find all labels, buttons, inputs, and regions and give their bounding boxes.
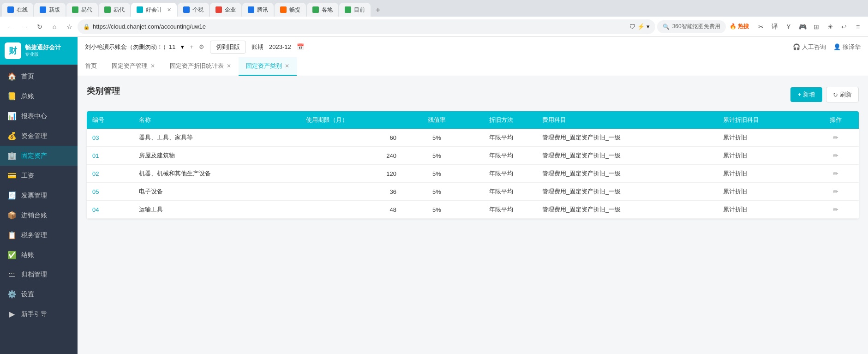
cell-expense: 管理费用_固定资产折旧_一级 [537, 147, 718, 165]
app-tab-close-category[interactable]: ✕ [285, 63, 289, 69]
sidebar-item-archive[interactable]: 🗃归档管理 [0, 265, 78, 284]
cell-name: 房屋及建筑物 [133, 147, 301, 165]
sidebar-item-ledger[interactable]: 📒总账 [0, 86, 78, 106]
app-tab-home[interactable]: 首页 [78, 57, 104, 76]
add-button[interactable]: + 新增 [790, 87, 822, 102]
row-code-link[interactable]: 01 [92, 152, 99, 159]
sidebar-item-invoice[interactable]: 🧾发票管理 [0, 186, 78, 205]
boost-icon[interactable]: ⚡ [637, 23, 645, 30]
cell-method: 年限平均 [466, 129, 537, 147]
browser-tab-6[interactable]: 个税 [178, 3, 209, 17]
cell-rate: 5% [407, 165, 466, 183]
sidebar-label-fixed: 固定资产 [21, 152, 47, 160]
cell-accum: 累计折旧 [718, 183, 812, 201]
sidebar-item-settings[interactable]: ⚙️设置 [0, 284, 78, 304]
cell-period: 36 [300, 183, 407, 201]
user-avatar[interactable]: 👤 徐泽华 [833, 43, 861, 51]
back-button[interactable]: ← [4, 20, 17, 33]
sidebar-item-report[interactable]: 📊报表中心 [0, 106, 78, 126]
address-bar[interactable]: 🔒 https://cloud.chanjet.com/accounting/u… [78, 19, 655, 34]
site-info-icon[interactable]: 🛡 [629, 23, 635, 30]
browser-tab-10[interactable]: 各地 [307, 3, 338, 17]
th-period: 使用期限（月） [300, 111, 407, 129]
row-code-link[interactable]: 03 [92, 134, 99, 141]
app-tab-close-depreciation[interactable]: ✕ [227, 63, 231, 69]
tab-close-5[interactable]: ✕ [167, 7, 171, 13]
row-code-link[interactable]: 05 [92, 188, 99, 195]
sidebar-item-home[interactable]: 🏠首页 [0, 66, 78, 86]
add-account-button[interactable]: + [190, 43, 193, 50]
sidebar-item-checkout[interactable]: ✅结账 [0, 245, 78, 265]
cell-action: ✏ [812, 183, 859, 201]
logo-text: 畅捷通好会计 [25, 44, 61, 52]
th-name: 名称 [133, 111, 301, 129]
sidebar-item-stock[interactable]: 📦进销台账 [0, 205, 78, 225]
browser-tab-9[interactable]: 畅提 [275, 3, 306, 17]
tab-favicon-4 [104, 6, 111, 13]
translate-button[interactable]: 译 [768, 20, 781, 33]
browser-tab-4[interactable]: 易代 [99, 3, 130, 17]
browser-tab-3[interactable]: 易代 [66, 3, 98, 17]
tab-favicon-9 [280, 6, 287, 13]
settings-icon[interactable]: ⚙ [199, 43, 204, 50]
cell-method: 年限平均 [466, 201, 537, 219]
new-tab-button[interactable]: + [371, 4, 384, 17]
tab-favicon-3 [72, 6, 78, 13]
app-tab-fixed-mgmt[interactable]: 固定资产管理 ✕ [104, 57, 162, 76]
calendar-icon[interactable]: 📅 [297, 43, 304, 50]
home-button[interactable]: ⌂ [48, 20, 61, 33]
row-code-link[interactable]: 02 [92, 170, 99, 177]
sidebar-item-fund[interactable]: 💰资金管理 [0, 126, 78, 146]
app-tab-category[interactable]: 固定资产类别 ✕ [239, 57, 297, 76]
hot-search[interactable]: 🔥 热搜 [730, 23, 749, 30]
tab-favicon-11 [345, 6, 351, 13]
browser-tab-8[interactable]: 腾讯 [242, 3, 274, 17]
tab-label-10: 各地 [322, 6, 333, 14]
sidebar-item-tax[interactable]: 📋税务管理 [0, 225, 78, 245]
forward-button[interactable]: → [18, 20, 31, 33]
address-down-icon[interactable]: ▾ [647, 23, 650, 30]
browser-tab-1[interactable]: 在线 [2, 3, 33, 17]
more-button[interactable]: ≡ [851, 20, 864, 33]
browser-chrome: 在线新版易代易代好会计✕个税企业腾讯畅提各地目前+ ← → ↻ ⌂ ☆ 🔒 ht… [0, 0, 868, 37]
edit-button[interactable]: ✏ [833, 152, 838, 159]
brightness-button[interactable]: ☀ [824, 20, 837, 33]
app-tab-depreciation[interactable]: 固定资产折旧统计表 ✕ [162, 57, 239, 76]
tab-label-1: 在线 [17, 6, 28, 14]
game-button[interactable]: 🎮 [796, 20, 809, 33]
th-expense: 费用科目 [537, 111, 718, 129]
browser-tab-5[interactable]: 好会计✕ [131, 3, 177, 17]
scissors-button[interactable]: ✂ [754, 20, 767, 33]
tab-favicon-5 [137, 6, 143, 13]
tab-favicon-6 [183, 6, 190, 13]
edit-button[interactable]: ✏ [833, 134, 838, 141]
reload-button[interactable]: ↻ [33, 20, 46, 33]
edit-button[interactable]: ✏ [833, 170, 838, 177]
edit-button[interactable]: ✏ [833, 206, 838, 213]
row-code-link[interactable]: 04 [92, 206, 99, 213]
app-tab-close-fixed-mgmt[interactable]: ✕ [150, 63, 155, 69]
browser-tab-11[interactable]: 目前 [339, 3, 371, 17]
refresh-button[interactable]: ↻ 刷新 [826, 87, 859, 102]
browser-tab-7[interactable]: 企业 [210, 3, 241, 17]
wallet-button[interactable]: ¥ [782, 20, 795, 33]
sidebar-item-guide[interactable]: ▶新手引导 [0, 304, 78, 324]
th-accum: 累计折旧科目 [718, 111, 812, 129]
dropdown-icon[interactable]: ▾ [181, 43, 184, 50]
sidebar-icon-invoice: 🧾 [7, 191, 17, 200]
edit-button[interactable]: ✏ [833, 188, 838, 195]
help-service[interactable]: 🎧 人工咨询 [793, 43, 826, 51]
sidebar-item-fixed[interactable]: 🏢固定资产 [0, 146, 78, 166]
browser-tab-2[interactable]: 新版 [34, 3, 66, 17]
cell-rate: 5% [407, 147, 466, 165]
table-body: 03器具、工具、家具等605%年限平均管理费用_固定资产折旧_一级累计折旧✏01… [87, 129, 859, 219]
grid-button[interactable]: ⊞ [810, 20, 823, 33]
switch-version-button[interactable]: 切到旧版 [210, 41, 246, 54]
sidebar-label-ledger: 总账 [21, 92, 34, 101]
search-360-bar[interactable]: 🔍 360智能抠图免费用 [657, 20, 726, 33]
undo-button[interactable]: ↩ [838, 20, 850, 33]
table-row: 03器具、工具、家具等605%年限平均管理费用_固定资产折旧_一级累计折旧✏ [87, 129, 859, 147]
star-button[interactable]: ☆ [63, 20, 76, 33]
app-container: 财 畅捷通好会计 专业版 🏠首页📒总账📊报表中心💰资金管理🏢固定资产💳工资🧾发票… [0, 37, 868, 354]
sidebar-item-salary[interactable]: 💳工资 [0, 166, 78, 186]
